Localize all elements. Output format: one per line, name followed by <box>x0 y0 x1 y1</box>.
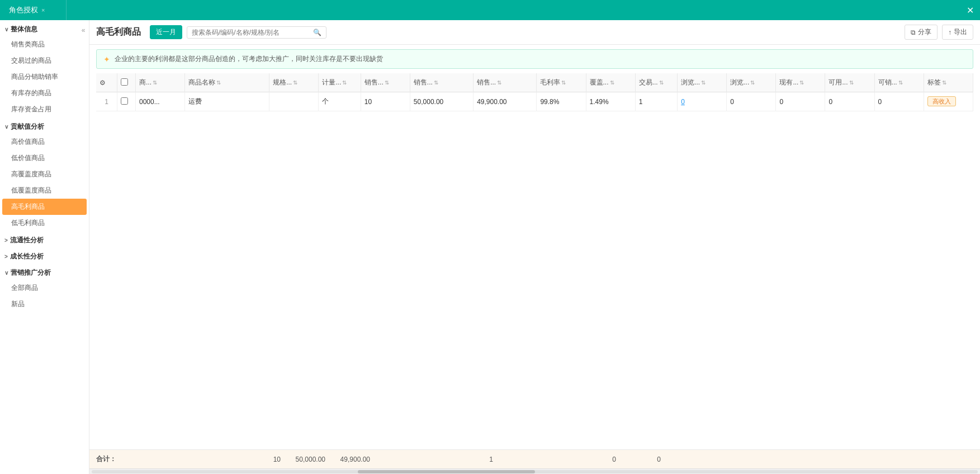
sidebar-item-高价值商品[interactable]: 高价值商品 <box>0 134 89 150</box>
sidebar-collapse-button[interactable]: « <box>78 25 89 36</box>
sidebar-item-新品[interactable]: 新品 <box>0 296 89 312</box>
cell-sale_qty: 10 <box>361 92 410 111</box>
nav-tab-角色授权[interactable]: 角色授权× <box>2 0 67 20</box>
sidebar-item-交易过的商品[interactable]: 交易过的商品 <box>0 53 89 69</box>
footer-sale-amt: 50,000.00 <box>284 456 329 463</box>
sidebar-item-销售类商品[interactable]: 销售类商品 <box>0 36 89 53</box>
cell-gross_margin: 99.8% <box>537 92 586 111</box>
cell-checkbox <box>117 92 136 111</box>
table-row: 10000...运费个1050,000.0049,900.0099.8%1.49… <box>96 92 973 111</box>
col-header-spec[interactable]: 规格...⇅ <box>269 73 319 92</box>
window-close-button[interactable]: ✕ <box>962 2 978 18</box>
sort-icon: ⇅ <box>561 79 566 86</box>
sort-icon: ⇅ <box>385 79 389 86</box>
horizontal-scrollbar[interactable] <box>89 468 980 474</box>
col-header-browse2[interactable]: 浏览...⇅ <box>727 73 776 92</box>
col-header-checkbox[interactable] <box>117 73 136 92</box>
col-header-sale_amt[interactable]: 销售...⇅ <box>410 73 473 92</box>
col-header-sale_cost[interactable]: 销售...⇅ <box>474 73 537 92</box>
cell-trade: 1 <box>635 92 678 111</box>
sort-icon: ⇅ <box>216 79 221 86</box>
col-header-settings[interactable]: ⚙ <box>96 73 117 92</box>
sidebar-item-低价值商品[interactable]: 低价值商品 <box>0 150 89 166</box>
col-header-sellable[interactable]: 可销...⇅ <box>874 73 924 92</box>
col-header-sale_qty[interactable]: 销售...⇅ <box>361 73 410 92</box>
share-icon: ⧉ <box>911 29 916 36</box>
export-icon: ↑ <box>948 29 951 36</box>
product-table: ⚙商...⇅商品名称⇅规格...⇅计量...⇅销售...⇅销售...⇅销售...… <box>96 73 973 111</box>
footer-spacer2 <box>496 456 575 463</box>
scroll-thumb[interactable] <box>358 470 535 473</box>
cell-spec <box>269 92 319 111</box>
group-arrow-icon: > <box>4 254 8 260</box>
col-header-name[interactable]: 商品名称⇅ <box>185 73 269 92</box>
content-header: 高毛利商品 近一月 🔍 ⧉ 分享 ↑ 导出 <box>89 20 980 45</box>
col-header-gross_margin[interactable]: 毛利率⇅ <box>537 73 586 92</box>
col-header-browse1[interactable]: 浏览...⇅ <box>678 73 727 92</box>
sidebar-item-低毛利商品[interactable]: 低毛利商品 <box>0 215 89 231</box>
sort-icon: ⇅ <box>750 79 755 86</box>
settings-icon[interactable]: ⚙ <box>100 79 106 87</box>
scroll-track <box>92 470 978 473</box>
cell-browse1: 0 <box>678 92 727 111</box>
sidebar: « ∨整体信息销售类商品交易过的商品商品分销助销率有库存的商品库存资金占用∨贡献… <box>0 20 89 474</box>
table-body: 10000...运费个1050,000.0049,900.0099.8%1.49… <box>96 92 973 111</box>
col-header-coverage[interactable]: 覆盖...⇅ <box>586 73 635 92</box>
col-header-current[interactable]: 现有...⇅ <box>776 73 825 92</box>
sidebar-item-商品分销助销率[interactable]: 商品分销助销率 <box>0 69 89 85</box>
group-arrow-icon: ∨ <box>4 124 8 130</box>
select-all-checkbox[interactable] <box>121 78 128 86</box>
cell-sale_cost: 49,900.00 <box>474 92 537 111</box>
export-button[interactable]: ↑ 导出 <box>942 25 973 40</box>
row-checkbox[interactable] <box>121 97 128 105</box>
info-text: 企业的主要的利润都是这部分商品创造的，可考虑加大推广，同时关注库存是不要出现缺货 <box>115 54 383 64</box>
sort-icon: ⇅ <box>497 79 501 86</box>
sidebar-item-高毛利商品[interactable]: 高毛利商品 <box>2 199 87 215</box>
col-header-trade[interactable]: 交易...⇅ <box>635 73 678 92</box>
browse-link[interactable]: 0 <box>681 98 685 106</box>
footer-trade: 1 <box>452 456 496 463</box>
sidebar-group-整体信息[interactable]: ∨整体信息 <box>0 20 89 36</box>
search-icon[interactable]: 🔍 <box>313 29 321 36</box>
cell-sale_amt: 50,000.00 <box>410 92 473 111</box>
group-arrow-icon: ∨ <box>4 26 8 32</box>
cell-available: 0 <box>825 92 874 111</box>
sort-icon: ⇅ <box>659 79 664 86</box>
group-arrow-icon: ∨ <box>4 270 8 276</box>
col-header-tag[interactable]: 标签⇅ <box>924 73 973 92</box>
col-header-code[interactable]: 商...⇅ <box>135 73 184 92</box>
export-label: 导出 <box>954 27 967 37</box>
sidebar-group-流通性分析[interactable]: >流通性分析 <box>0 231 89 247</box>
share-button[interactable]: ⧉ 分享 <box>905 25 938 40</box>
content-area: 高毛利商品 近一月 🔍 ⧉ 分享 ↑ 导出 ✦ 企业的主要 <box>89 20 980 474</box>
sort-icon: ⇅ <box>342 79 347 86</box>
sort-icon: ⇅ <box>153 79 157 86</box>
sort-icon: ⇅ <box>434 79 438 86</box>
sidebar-item-全部商品[interactable]: 全部商品 <box>0 280 89 296</box>
sort-icon: ⇅ <box>701 79 706 86</box>
sidebar-item-低覆盖度商品[interactable]: 低覆盖度商品 <box>0 182 89 199</box>
sort-icon: ⇅ <box>799 79 804 86</box>
data-table-container: ⚙商...⇅商品名称⇅规格...⇅计量...⇅销售...⇅销售...⇅销售...… <box>89 73 980 449</box>
filter-recent-month-button[interactable]: 近一月 <box>150 25 182 39</box>
footer-sale-cost: 49,900.00 <box>329 456 373 463</box>
cell-code: 0000... <box>135 92 184 111</box>
col-header-unit[interactable]: 计量...⇅ <box>319 73 361 92</box>
share-label: 分享 <box>918 27 931 37</box>
sidebar-group-营销推广分析[interactable]: ∨营销推广分析 <box>0 264 89 280</box>
cell-tag: 高收入 <box>924 92 973 111</box>
sidebar-group-贡献值分析[interactable]: ∨贡献值分析 <box>0 118 89 134</box>
footer-sale-qty-val: 10 <box>239 456 284 463</box>
col-header-available[interactable]: 可用...⇅ <box>825 73 874 92</box>
sidebar-item-高覆盖度商品[interactable]: 高覆盖度商品 <box>0 166 89 182</box>
cell-settings: 1 <box>96 92 117 111</box>
sort-icon: ⇅ <box>293 79 297 86</box>
sort-icon: ⇅ <box>898 79 903 86</box>
sidebar-item-库存资金占用[interactable]: 库存资金占用 <box>0 101 89 118</box>
sidebar-group-成长性分析[interactable]: >成长性分析 <box>0 247 89 264</box>
cell-name: 运费 <box>185 92 269 111</box>
footer-spacer1 <box>373 456 452 463</box>
sidebar-item-有库存的商品[interactable]: 有库存的商品 <box>0 85 89 101</box>
tab-close-icon[interactable]: × <box>41 7 45 13</box>
search-input[interactable] <box>192 29 311 36</box>
